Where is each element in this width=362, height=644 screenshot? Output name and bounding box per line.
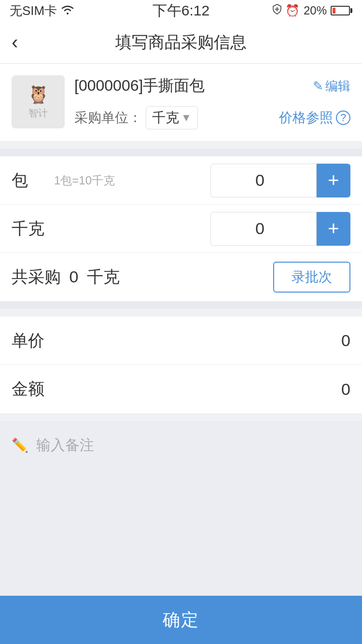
total-row: 共采购 0 千克 录批次: [0, 253, 362, 301]
bag-input-group: +: [210, 164, 350, 197]
kg-input-row: 千克 +: [0, 205, 362, 253]
kg-label: 千克: [12, 218, 50, 240]
edit-icon: ✎: [313, 79, 323, 94]
bag-plus-button[interactable]: +: [317, 164, 350, 197]
batch-button[interactable]: 录批次: [273, 262, 350, 293]
battery-text: 20%: [304, 4, 327, 17]
product-unit-row: 采购单位： 千克 ▼ 价格参照 ?: [74, 106, 350, 129]
chevron-down-icon: ▼: [181, 112, 192, 124]
bottom-space: [0, 469, 362, 604]
bag-label: 包: [12, 169, 50, 192]
location-icon: [273, 4, 281, 17]
kg-quantity-input[interactable]: [210, 212, 317, 246]
kg-input-group: +: [210, 212, 350, 246]
bag-sublabel: 1包=10千克: [54, 173, 210, 188]
product-card: 🦉 智计 [0000006]手撕面包 ✎ 编辑 采购单位： 千克 ▼ 价格参照 …: [0, 64, 362, 141]
unit-price-value: 0: [341, 331, 350, 350]
section-divider-2: [0, 301, 362, 309]
remark-section[interactable]: ✏️ 输入备注: [0, 421, 362, 469]
help-icon: ?: [336, 111, 350, 125]
product-name: [0000006]手撕面包: [74, 75, 205, 97]
nav-bar: ‹ 填写商品采购信息: [0, 21, 362, 64]
back-button[interactable]: ‹: [12, 31, 18, 53]
unit-price-row: 单价 0: [0, 317, 362, 365]
confirm-button[interactable]: 确定: [0, 596, 362, 644]
amount-value: 0: [341, 380, 350, 399]
amount-row: 金额 0: [0, 365, 362, 413]
edit-button[interactable]: ✎ 编辑: [313, 78, 350, 95]
status-bar: 无SIM卡 下午6:12 ⏰ 20%: [0, 0, 362, 21]
unit-selector-group: 采购单位： 千克 ▼: [74, 106, 198, 129]
section-divider-1: [0, 149, 362, 156]
carrier-text: 无SIM卡: [10, 2, 57, 19]
remark-placeholder: 输入备注: [36, 435, 94, 455]
bag-input-row: 包 1包=10千克 +: [0, 156, 362, 205]
alarm-icon: ⏰: [285, 4, 300, 17]
price-ref-label: 价格参照: [279, 109, 333, 127]
unit-price-label: 单价: [12, 330, 44, 352]
unit-label: 采购单位：: [74, 109, 142, 127]
product-logo-icon: 🦉: [28, 84, 49, 105]
product-thumbnail: 🦉 智计: [12, 75, 65, 128]
kg-plus-button[interactable]: +: [317, 212, 350, 246]
page-title: 填写商品采购信息: [115, 31, 247, 54]
status-bar-right: ⏰ 20%: [273, 4, 352, 17]
status-bar-time: 下午6:12: [153, 1, 209, 21]
product-name-row: [0000006]手撕面包 ✎ 编辑: [74, 75, 350, 97]
unit-value: 千克: [152, 109, 179, 127]
pencil-icon: ✏️: [12, 437, 28, 453]
price-ref-button[interactable]: 价格参照 ?: [279, 109, 350, 127]
product-logo-text: 智计: [28, 107, 48, 120]
price-section: 单价 0 金额 0: [0, 317, 362, 413]
amount-label: 金额: [12, 378, 44, 400]
bag-quantity-input[interactable]: [210, 164, 317, 197]
wifi-icon: [61, 3, 74, 18]
product-info: [0000006]手撕面包 ✎ 编辑 采购单位： 千克 ▼ 价格参照 ?: [74, 75, 350, 129]
status-bar-left: 无SIM卡: [10, 2, 74, 19]
unit-select[interactable]: 千克 ▼: [146, 106, 198, 129]
total-label: 共采购: [12, 267, 61, 286]
total-value: 0: [69, 267, 78, 286]
battery-icon: [331, 6, 352, 15]
input-section: 包 1包=10千克 + 千克 + 共采购 0 千克 录批次: [0, 156, 362, 301]
edit-label: 编辑: [325, 78, 350, 95]
total-text: 共采购 0 千克: [12, 266, 120, 288]
total-unit: 千克: [87, 267, 120, 286]
